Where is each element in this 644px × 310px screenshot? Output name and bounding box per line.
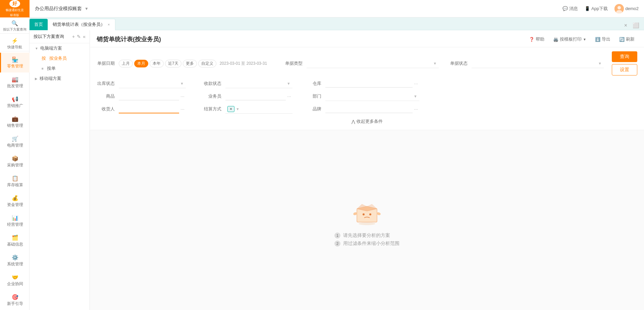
settings-btn[interactable]: 设置 <box>612 64 637 75</box>
date-btn-7days[interactable]: 近7天 <box>165 60 181 67</box>
logo[interactable]: 好 畅捷通好生意 标准版 <box>0 0 30 17</box>
inventory-icon: 📋 <box>12 175 18 182</box>
step-1-label: 请先选择要分析的方案 <box>343 232 390 239</box>
query-btn[interactable]: 查询 <box>612 51 637 62</box>
sidebar-item-system[interactable]: ⚙️ 系统管理 <box>0 251 30 270</box>
date-btn-more[interactable]: 更多 <box>183 60 197 67</box>
export-btn[interactable]: ⬇️ 导出 <box>592 35 613 44</box>
date-btn-lastmonth[interactable]: 上月 <box>119 60 133 67</box>
doc-type-arrow: ▼ <box>433 61 437 65</box>
settlement-tag: × <box>227 106 234 112</box>
salesperson-more[interactable]: ··· <box>286 94 292 99</box>
salesperson-input[interactable] <box>225 92 286 100</box>
receiver-cell: ··· <box>119 105 186 113</box>
print-arrow: ▼ <box>583 38 586 41</box>
collapse-panel-btn[interactable]: « <box>83 34 86 39</box>
receiver-input[interactable] <box>119 105 179 113</box>
settlement-select[interactable]: × ▼ <box>225 104 292 114</box>
page-title: 销货单统计表(按业务员) <box>97 35 161 43</box>
out-status-label: 出库状态 <box>97 81 115 87</box>
date-btn-thismonth[interactable]: 本月 <box>134 60 148 67</box>
date-range-text: 2023-03-01 至 2023-03-31 <box>220 61 267 66</box>
goods-input[interactable] <box>119 92 179 100</box>
tree-section-pc-label: 电脑端方案 <box>40 45 62 51</box>
svg-point-8 <box>369 213 371 215</box>
edit-scheme-btn[interactable]: ✎ <box>77 34 81 39</box>
tree-section-mobile[interactable]: ▶ 移动端方案 <box>30 73 90 84</box>
add-scheme-btn[interactable]: + <box>72 34 75 39</box>
tree-icon-orders: ≡ <box>42 67 44 70</box>
app-download-btn[interactable]: 📱 App下载 <box>585 6 608 12</box>
tab-close-btn[interactable]: × <box>107 22 110 27</box>
maximize-btn[interactable]: ⬜ <box>631 21 641 30</box>
department-arrow: ▼ <box>414 94 417 98</box>
template-print-btn[interactable]: 🖨️ 按模板打印 ▼ <box>550 35 589 44</box>
sidebar-item-finance[interactable]: 💰 资金管理 <box>0 191 30 211</box>
doc-status-cell: ▼ <box>472 59 604 68</box>
warehouse-input[interactable] <box>325 80 413 88</box>
sidebar-item-wholesale[interactable]: 🏭 批发管理 <box>0 72 30 92</box>
doc-type-label: 单据类型 <box>284 60 303 66</box>
sidebar-item-inventory[interactable]: 📋 库存核算 <box>0 171 30 191</box>
sidebar-item-marketing[interactable]: 📢 营销推广 <box>0 92 30 112</box>
sidebar-item-purchase[interactable]: 📦 采购管理 <box>0 152 30 171</box>
brand-input[interactable] <box>325 105 413 113</box>
filter-row-2: 出库状态 ▼ 收款状态 ▼ 仓库 · <box>97 79 637 88</box>
print-label: 按模板打印 <box>560 36 582 42</box>
sidebar-item-retail[interactable]: 🏪 零售管理 <box>0 53 30 72</box>
sidebar-item-ecommerce[interactable]: 🛒 电商管理 <box>0 132 30 152</box>
date-btn-thisyear[interactable]: 本年 <box>150 60 164 67</box>
user-menu[interactable]: demo2 <box>614 4 639 13</box>
page-title-bar: 销货单统计表(按业务员) ❓ 帮助 🖨️ 按模板打印 ▼ ⬇️ 导出 <box>90 30 644 47</box>
date-btn-custom[interactable]: 自定义 <box>198 60 216 67</box>
collapse-btn[interactable]: ⋀ 收起更多条件 <box>347 117 387 126</box>
warehouse-more[interactable]: ··· <box>413 81 419 86</box>
department-select[interactable]: ▼ <box>325 92 419 101</box>
sidebar-item-newbie[interactable]: 🎯 新手引导 <box>0 290 30 310</box>
out-status-select[interactable]: ▼ <box>119 79 186 88</box>
payment-status-select[interactable]: ▼ <box>225 79 292 88</box>
message-btn[interactable]: 💬 消息 <box>562 6 578 12</box>
sidebar-search[interactable]: 🔍 按以下方案查询 <box>0 17 30 34</box>
system-icon: ⚙️ <box>12 254 18 261</box>
doc-status-select[interactable]: ▼ <box>472 59 604 68</box>
wholesale-label: 批发管理 <box>7 83 23 89</box>
empty-steps: 1 请先选择要分析的方案 2 用过滤条件来缩小分析范围 <box>334 232 399 247</box>
download-label: App下载 <box>591 6 608 12</box>
help-btn[interactable]: ❓ 帮助 <box>526 35 547 44</box>
search-label: 按以下方案查询 <box>3 27 26 32</box>
refresh-btn[interactable]: 🔄 刷新 <box>616 35 637 44</box>
system-label: 系统管理 <box>7 261 23 267</box>
tree-item-orders[interactable]: ≡ 按单 <box>30 63 90 73</box>
svg-point-11 <box>359 222 375 225</box>
inventory-label: 库存核算 <box>7 182 23 188</box>
close-window-btn[interactable]: × <box>623 21 629 30</box>
doc-status-label: 单据状态 <box>449 60 468 66</box>
goods-label: 商品 <box>97 93 115 99</box>
svg-point-1 <box>618 6 621 9</box>
goods-more[interactable]: ··· <box>179 94 186 99</box>
svg-point-7 <box>363 213 365 215</box>
sidebar-item-sales[interactable]: 💼 销售管理 <box>0 112 30 132</box>
salesperson-cell: ··· <box>225 92 292 100</box>
sidebar-item-corp[interactable]: 🤝 企业协同 <box>0 270 30 290</box>
settlement-tag-close[interactable]: × <box>230 107 232 111</box>
avatar <box>614 4 624 13</box>
collapse-up-icon: ⋀ <box>352 119 355 124</box>
tree-section-pc[interactable]: ▼ 电脑端方案 <box>30 43 90 53</box>
newbie-icon: 🎯 <box>12 294 18 300</box>
tab-active[interactable]: 销货单统计表（按业务员） × <box>48 19 115 30</box>
sidebar-item-basics[interactable]: 🗂️ 基础信息 <box>0 231 30 251</box>
sidebar-item-operations[interactable]: 📊 经营管理 <box>0 211 30 231</box>
doc-type-select[interactable]: ▼ <box>307 59 439 68</box>
topbar-title: 办公用品行业模拟账套 <box>35 6 82 12</box>
topbar-dropdown[interactable]: ▼ <box>85 6 89 11</box>
brand-more[interactable]: ··· <box>413 106 419 112</box>
tree-item-sales[interactable]: 按 按业务员 <box>30 53 90 63</box>
step-num-2: 2 <box>334 241 340 247</box>
tab-home[interactable]: 首页 <box>30 19 48 30</box>
tree-arrow-pc: ▼ <box>35 47 38 50</box>
sidebar-quicknav[interactable]: ⚡ 快捷导航 <box>0 35 30 51</box>
receiver-more[interactable]: ··· <box>179 106 186 112</box>
basics-icon: 🗂️ <box>12 234 18 241</box>
